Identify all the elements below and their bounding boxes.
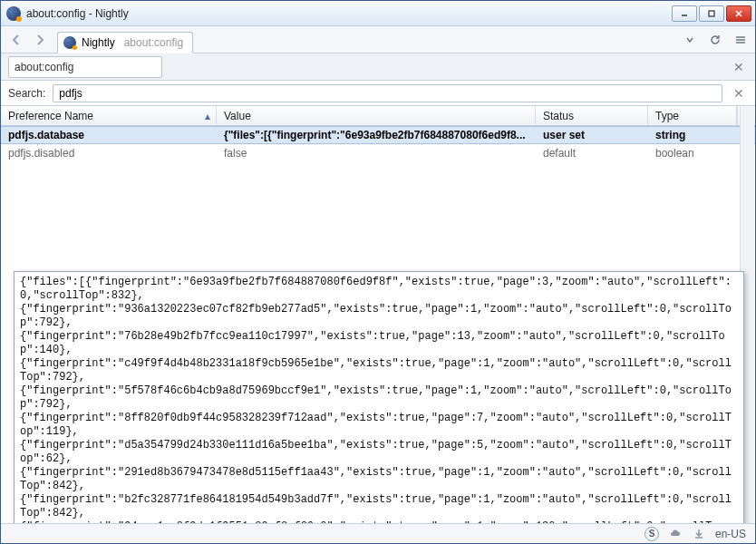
menu-button[interactable] <box>732 31 750 49</box>
back-button[interactable] <box>6 30 26 50</box>
nav-toolbar: Nightly about:config <box>1 26 755 53</box>
cell-value: {"files":[{"fingerprint":"6e93a9fbe2fb7f… <box>217 129 536 141</box>
col-status[interactable]: Status <box>536 106 648 125</box>
minimize-button[interactable] <box>672 5 697 22</box>
cell-status: default <box>536 147 648 160</box>
search-clear-icon[interactable]: ✕ <box>730 86 748 101</box>
content-area: Preference Name ▴ Value Status Type pdfj… <box>1 106 755 523</box>
url-input[interactable]: about:config <box>8 56 162 78</box>
window-buttons <box>672 5 751 22</box>
maximize-button[interactable] <box>699 5 724 22</box>
search-row: Search: ✕ <box>1 81 755 106</box>
url-row: about:config ✕ <box>1 53 755 81</box>
pref-row[interactable]: pdfjs.database {"files":[{"fingerprint":… <box>1 126 755 144</box>
tab-favicon <box>63 36 76 49</box>
close-button[interactable] <box>726 5 751 22</box>
dropdown-icon[interactable] <box>681 31 699 49</box>
col-type[interactable]: Type <box>648 106 737 125</box>
cell-status: user set <box>536 129 648 141</box>
tab-label: Nightly <box>82 36 115 49</box>
status-bar: S en-US <box>1 523 755 543</box>
col-preference-name[interactable]: Preference Name ▴ <box>1 106 217 125</box>
value-tooltip: {"files":[{"fingerprint":"6e93a9fbe2fb7f… <box>14 271 744 523</box>
status-cloud-icon[interactable] <box>668 527 683 541</box>
locale-label[interactable]: en-US <box>715 528 746 540</box>
app-window: about:config - Nightly Nightly about:con… <box>0 0 756 544</box>
nav-right <box>681 31 750 49</box>
svg-rect-1 <box>709 11 714 16</box>
cell-name: pdfjs.disabled <box>1 147 217 160</box>
tab-nightly[interactable]: Nightly about:config <box>57 32 193 53</box>
tabstrip: Nightly about:config <box>57 29 193 51</box>
cell-value: false <box>217 147 536 160</box>
titlebar-left: about:config - Nightly <box>6 6 129 21</box>
url-close-icon[interactable]: ✕ <box>730 60 748 74</box>
tab-url: about:config <box>124 36 183 49</box>
status-s-icon[interactable]: S <box>645 527 659 541</box>
app-icon <box>6 6 21 21</box>
pref-row[interactable]: pdfjs.disabled false default boolean <box>1 144 755 162</box>
pref-rows: pdfjs.database {"files":[{"fingerprint":… <box>1 126 755 162</box>
reload-button[interactable] <box>706 31 724 49</box>
search-label: Search: <box>8 87 45 100</box>
forward-button[interactable] <box>30 30 50 50</box>
cell-name: pdfjs.database <box>1 129 217 141</box>
window-title: about:config - Nightly <box>26 7 129 20</box>
search-input[interactable] <box>53 84 722 102</box>
col-value[interactable]: Value <box>217 106 536 125</box>
titlebar: about:config - Nightly <box>1 1 755 26</box>
download-icon[interactable] <box>692 527 706 541</box>
sort-asc-icon: ▴ <box>205 110 210 122</box>
column-header: Preference Name ▴ Value Status Type <box>1 106 755 126</box>
